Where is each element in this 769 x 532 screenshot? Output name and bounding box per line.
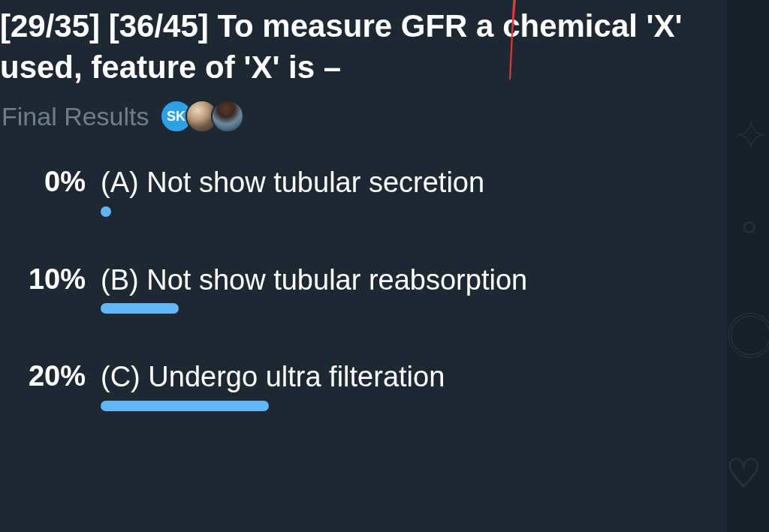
option-c-text: (C) Undergo ultra filteration [101, 360, 727, 395]
doodle-hoop-icon: ◯ [726, 306, 769, 357]
option-a-bar-track [101, 206, 664, 217]
final-results-row: Final Results SK [0, 100, 727, 133]
option-b-body: (B) Not show tubular reabsorption [101, 263, 727, 314]
question-fragment-3: 'X' is – [243, 50, 341, 85]
poll-options: 0% (A) Not show tubular secretion 10% (B… [0, 166, 727, 411]
doodle-lightbulb-icon: ♡ [725, 450, 761, 497]
option-c-bar-track [101, 401, 664, 411]
option-c-percent: 20% [0, 360, 101, 392]
final-results-label: Final Results [2, 102, 149, 131]
option-c-body: (C) Undergo ultra filteration [101, 360, 727, 411]
option-a-body: (A) Not show tubular secretion [101, 166, 727, 217]
avatar-sk-initials: SK [167, 109, 185, 125]
doodle-circle-icon: ○ [741, 212, 757, 241]
question-fragment-1: [29/35] [36/45] To measure G [0, 8, 425, 44]
doodle-star-icon: ✦ [736, 114, 766, 156]
question-text: [29/35] [36/45] To measure GFR a chemica… [0, 6, 727, 88]
option-b-percent: 10% [0, 263, 101, 296]
option-c-bar [101, 401, 269, 411]
poll-option-a[interactable]: 0% (A) Not show tubular secretion [0, 166, 727, 217]
option-a-percent: 0% [0, 166, 101, 198]
avatar-user-3[interactable] [211, 100, 244, 133]
quiz-poll-panel: [29/35] [36/45] To measure GFR a chemica… [0, 0, 727, 532]
option-b-bar-track [101, 303, 664, 314]
poll-option-b[interactable]: 10% (B) Not show tubular reabsorption [0, 263, 727, 314]
option-b-bar [101, 303, 179, 314]
poll-option-c[interactable]: 20% (C) Undergo ultra filteration [0, 360, 727, 411]
option-b-text: (B) Not show tubular reabsorption [101, 263, 727, 298]
option-a-bar [101, 206, 111, 217]
option-a-text: (A) Not show tubular secretion [101, 166, 727, 200]
voter-avatars[interactable]: SK [160, 100, 244, 133]
